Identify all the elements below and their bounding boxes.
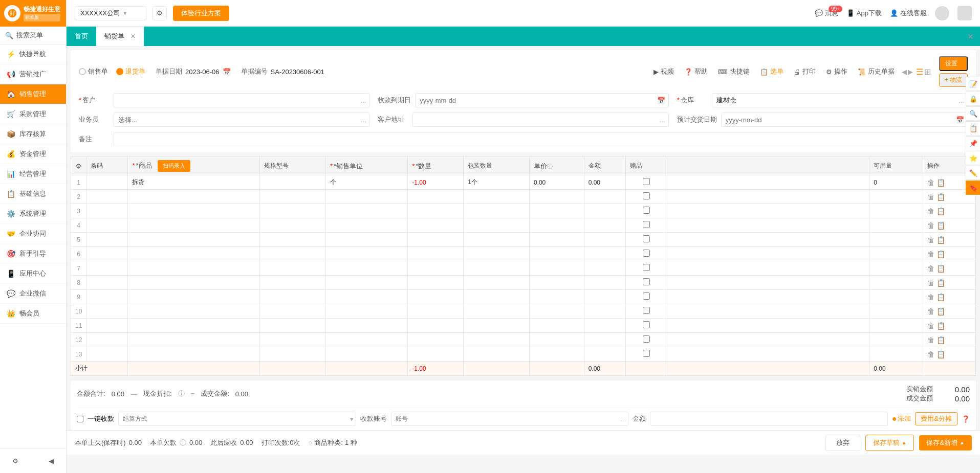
gift-checkbox-11[interactable] <box>643 335 650 343</box>
sidebar-item-quick-nav[interactable]: ⚡ 快捷导航 <box>0 44 66 64</box>
sidebar-item-member[interactable]: 👑 畅会员 <box>0 304 66 324</box>
account-input-field[interactable] <box>391 415 619 422</box>
delivery-date-input[interactable]: 📅 <box>721 112 968 127</box>
sidebar-item-cooperation[interactable]: 🤝 企业协同 <box>0 224 66 244</box>
help-btn[interactable]: ❓ 帮助 <box>681 65 711 78</box>
gift-checkbox-1[interactable] <box>643 192 650 199</box>
payment-due-input[interactable]: 📅 <box>415 93 668 107</box>
shortcuts-btn[interactable]: ⌨ 快捷键 <box>715 65 753 78</box>
delete-icon-4[interactable]: 🗑 <box>927 236 934 244</box>
right-icon-1[interactable]: 📝 <box>966 77 980 91</box>
gift-checkbox-8[interactable] <box>643 292 650 300</box>
next-btn[interactable]: ▶ <box>908 68 913 76</box>
header-settings-btn[interactable]: ⚙ <box>153 6 167 20</box>
operate-btn[interactable]: ⚙ 操作 <box>823 65 851 78</box>
discount-help-icon[interactable]: ⓘ <box>178 389 185 398</box>
delete-icon-5[interactable]: 🗑 <box>927 250 934 258</box>
radio-sales[interactable]: 销售单 <box>79 67 108 76</box>
delete-icon-10[interactable]: 🗑 <box>927 322 934 330</box>
sidebar-item-basic[interactable]: 📋 基础信息 <box>0 184 66 204</box>
delete-icon-12[interactable]: 🗑 <box>927 350 934 358</box>
company-selector[interactable]: XXXXXX公司 ▾ <box>75 6 146 20</box>
copy-icon-10[interactable]: 📋 <box>937 322 945 330</box>
gift-checkbox-3[interactable] <box>643 221 650 228</box>
warehouse-input[interactable]: ... <box>712 93 968 107</box>
discard-btn[interactable]: 放弃 <box>825 435 860 451</box>
one-click-payment-checkbox[interactable] <box>77 416 83 422</box>
delivery-date-input-field[interactable] <box>722 116 953 124</box>
salesperson-input[interactable]: ... <box>114 112 369 127</box>
save-new-btn[interactable]: 保存&新增 ▲ <box>919 435 972 451</box>
view-toggle-2[interactable]: ⊞ <box>924 67 931 77</box>
sidebar-item-enterprise-wechat[interactable]: 💬 企业微信 <box>0 284 66 304</box>
gift-checkbox-9[interactable] <box>643 307 650 314</box>
notes-input[interactable] <box>114 132 968 146</box>
sidebar-item-purchase[interactable]: 🛒 采购管理 <box>0 104 66 124</box>
history-btn[interactable]: 📜 历史单据 <box>855 65 898 78</box>
view-toggle-1[interactable]: ☰ <box>916 67 923 77</box>
delete-icon-8[interactable]: 🗑 <box>927 293 934 301</box>
delete-icon-11[interactable]: 🗑 <box>927 336 934 344</box>
customer-address-input[interactable]: ... <box>412 112 668 127</box>
customer-input-field[interactable] <box>114 97 357 104</box>
col-settings[interactable]: ⚙ <box>71 157 86 175</box>
payment-calendar-icon[interactable]: 📅 <box>654 97 668 104</box>
copy-icon-1[interactable]: 📋 <box>937 193 945 201</box>
delete-icon-7[interactable]: 🗑 <box>927 279 934 287</box>
delete-icon-1[interactable]: 🗑 <box>927 193 934 201</box>
gift-checkbox-7[interactable] <box>643 278 650 285</box>
notes-input-field[interactable] <box>114 136 967 143</box>
sidebar-collapse-btn[interactable]: ◀ <box>42 453 60 469</box>
payment-amount-input[interactable] <box>650 412 888 426</box>
customer-input[interactable]: ... <box>114 93 369 107</box>
copy-icon-7[interactable]: 📋 <box>937 279 945 287</box>
sidebar-item-finance[interactable]: 💰 资金管理 <box>0 144 66 164</box>
gift-checkbox-12[interactable] <box>643 350 650 357</box>
customer-address-input-field[interactable] <box>413 116 656 124</box>
tab-home[interactable]: 首页 <box>67 27 96 46</box>
sidebar-item-system[interactable]: ⚙️ 系统管理 <box>0 204 66 224</box>
right-icon-3[interactable]: 🔍 <box>966 106 980 121</box>
gift-checkbox-6[interactable] <box>643 264 650 271</box>
right-icon-5[interactable]: 📌 <box>966 136 980 150</box>
sidebar-settings-btn[interactable]: ⚙ <box>6 453 25 469</box>
message-btn[interactable]: 💬 消息 99+ <box>815 9 838 18</box>
form-settings-btn[interactable]: 设置 <box>939 56 968 71</box>
trial-btn[interactable]: 体验行业方案 <box>173 6 229 21</box>
copy-icon-12[interactable]: 📋 <box>937 350 945 358</box>
right-icon-6[interactable]: ⭐ <box>966 151 980 165</box>
right-icon-2[interactable]: 🔒 <box>966 92 980 106</box>
copy-icon-6[interactable]: 📋 <box>937 264 945 273</box>
sidebar-item-guide[interactable]: 🎯 新手引导 <box>0 244 66 264</box>
payment-method-input[interactable] <box>119 415 348 422</box>
sidebar-item-operations[interactable]: 📊 经营管理 <box>0 164 66 184</box>
tab-close-btn[interactable]: ✕ <box>130 33 136 40</box>
logistics-btn[interactable]: + 物流 <box>939 73 968 87</box>
delete-icon-0[interactable]: 🗑 <box>927 178 934 187</box>
online-service-btn[interactable]: 👤 在线客服 <box>890 9 927 18</box>
window-close-btn[interactable]: ✕ <box>961 32 980 41</box>
delivery-calendar-icon[interactable]: 📅 <box>953 116 967 124</box>
account-input[interactable]: ... <box>391 412 629 426</box>
sidebar-item-inventory[interactable]: 📦 库存核算 <box>0 124 66 144</box>
video-btn[interactable]: ▶ 视频 <box>650 65 677 78</box>
sidebar-item-app-center[interactable]: 📱 应用中心 <box>0 264 66 284</box>
copy-icon-11[interactable]: 📋 <box>937 336 945 344</box>
copy-icon-0[interactable]: 📋 <box>937 178 945 187</box>
calendar-icon[interactable]: 📅 <box>223 68 231 76</box>
delete-icon-9[interactable]: 🗑 <box>927 307 934 316</box>
product-kind-checkbox[interactable]: ○ <box>308 439 312 446</box>
prev-btn[interactable]: ◀ <box>902 68 907 76</box>
select-btn[interactable]: 📋 选单 <box>757 65 787 78</box>
payment-amount-field[interactable] <box>650 415 887 422</box>
sidebar-item-marketing[interactable]: 📢 营销推广 <box>0 64 66 84</box>
gift-checkbox-2[interactable] <box>643 207 650 214</box>
print-btn[interactable]: 🖨 打印 <box>791 65 819 78</box>
gift-checkbox-5[interactable] <box>643 250 650 257</box>
app-download-btn[interactable]: 📱 App下载 <box>846 9 882 18</box>
gift-checkbox-4[interactable] <box>643 235 650 242</box>
payment-due-input-field[interactable] <box>416 97 654 104</box>
overdue-help-icon[interactable]: ⓘ <box>180 438 186 447</box>
expense-btn[interactable]: 费用&分摊 <box>915 412 957 425</box>
delete-icon-2[interactable]: 🗑 <box>927 207 934 215</box>
